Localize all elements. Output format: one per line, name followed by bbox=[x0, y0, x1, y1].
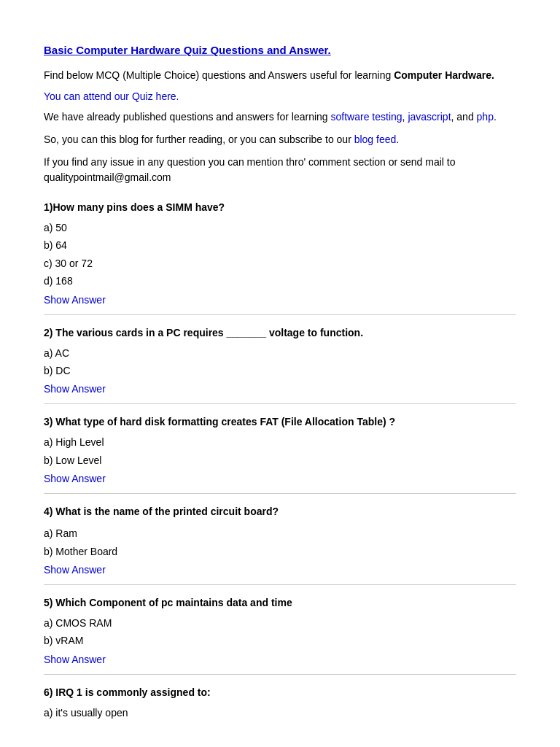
divider-4 bbox=[44, 584, 516, 585]
intro-line5: If you find any issue in any question yo… bbox=[44, 155, 516, 185]
page-title: Basic Computer Hardware Quiz Questions a… bbox=[44, 44, 516, 56]
question-6: 6) IRQ 1 is commonly assigned to: a) it'… bbox=[44, 685, 516, 721]
q4-option-a: a) Ram bbox=[44, 525, 516, 541]
question-1: 1)How many pins does a SIMM have? a) 50 … bbox=[44, 200, 516, 310]
question-3-text: 3) What type of hard disk formatting cre… bbox=[44, 414, 516, 430]
q1-option-a: a) 50 bbox=[44, 220, 516, 236]
blog-feed-link[interactable]: blog feed bbox=[354, 133, 397, 145]
question-5: 5) Which Component of pc maintains data … bbox=[44, 595, 516, 670]
quiz-link[interactable]: You can attend our Quiz here. bbox=[44, 90, 516, 102]
show-answer-1[interactable]: Show Answer bbox=[44, 294, 106, 306]
question-6-text: 6) IRQ 1 is commonly assigned to: bbox=[44, 685, 516, 700]
show-answer-4[interactable]: Show Answer bbox=[44, 564, 106, 576]
q6-option-a: a) it's usually open bbox=[44, 705, 516, 721]
question-5-text: 5) Which Component of pc maintains data … bbox=[44, 595, 516, 611]
q4-option-b: b) Mother Board bbox=[44, 543, 516, 560]
q1-option-b: b) 64 bbox=[44, 237, 516, 253]
question-1-text: 1)How many pins does a SIMM have? bbox=[44, 200, 516, 215]
q5-option-a: a) CMOS RAM bbox=[44, 615, 516, 631]
page-wrapper: Basic Computer Hardware Quiz Questions a… bbox=[44, 44, 516, 721]
q3-option-b: b) Low Level bbox=[44, 452, 516, 468]
question-3: 3) What type of hard disk formatting cre… bbox=[44, 414, 516, 489]
divider-3 bbox=[44, 493, 516, 494]
intro-line3: We have already published questions and … bbox=[44, 109, 516, 125]
question-4-text: 4) What is the name of the printed circu… bbox=[44, 504, 516, 519]
q2-option-b: b) DC bbox=[44, 363, 516, 379]
show-answer-3[interactable]: Show Answer bbox=[44, 473, 106, 484]
q5-option-b: b) vRAM bbox=[44, 632, 516, 649]
php-link[interactable]: php bbox=[477, 111, 494, 123]
q1-option-d: d) 168 bbox=[44, 273, 516, 289]
intro-line4: So, you can this blog for further readin… bbox=[44, 132, 516, 147]
software-testing-link[interactable]: software testing bbox=[331, 111, 402, 123]
question-2-text: 2) The various cards in a PC requires __… bbox=[44, 325, 516, 341]
question-4: 4) What is the name of the printed circu… bbox=[44, 504, 516, 580]
question-2: 2) The various cards in a PC requires __… bbox=[44, 325, 516, 400]
intro-line1: Find below MCQ (Multiple Choice) questio… bbox=[44, 68, 516, 83]
divider-2 bbox=[44, 403, 516, 404]
q1-option-c: c) 30 or 72 bbox=[44, 255, 516, 271]
show-answer-2[interactable]: Show Answer bbox=[44, 383, 106, 395]
divider-1 bbox=[44, 314, 516, 315]
q3-option-a: a) High Level bbox=[44, 434, 516, 450]
divider-5 bbox=[44, 674, 516, 675]
q2-option-a: a) AC bbox=[44, 345, 516, 361]
show-answer-5[interactable]: Show Answer bbox=[44, 654, 106, 665]
javascript-link[interactable]: javascript bbox=[408, 111, 451, 123]
questions-section: 1)How many pins does a SIMM have? a) 50 … bbox=[44, 200, 516, 721]
